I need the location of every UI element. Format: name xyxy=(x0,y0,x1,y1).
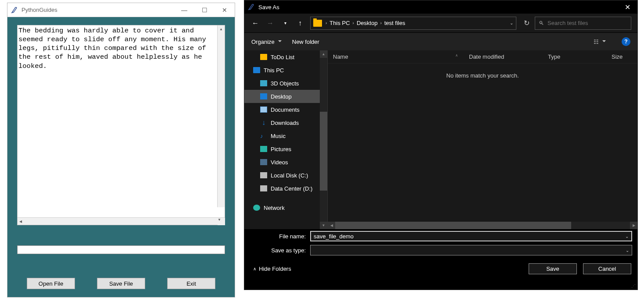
chevron-down-icon[interactable]: ⌄ xyxy=(625,234,629,239)
folder-icon xyxy=(313,20,322,27)
tree-item-local-disk-c-[interactable]: Local Disk (C:) xyxy=(244,169,327,182)
minimize-button[interactable]: — xyxy=(174,3,194,17)
chevron-down-icon[interactable]: ⌄ xyxy=(626,248,629,253)
net-icon xyxy=(253,205,260,211)
tree-item-label: Desktop xyxy=(271,93,292,100)
vertical-scrollbar[interactable]: ▲ xyxy=(217,25,225,207)
tree-item-3d-objects[interactable]: 3D Objects xyxy=(244,77,327,90)
vid-icon xyxy=(260,159,267,165)
nav-back-button[interactable]: ← xyxy=(249,17,262,30)
horizontal-scrollbar[interactable]: ◀ ▶ xyxy=(328,222,637,229)
feather-icon xyxy=(11,7,18,14)
text-widget[interactable]: The bedding was hardly able to cover it … xyxy=(17,25,225,225)
help-button[interactable]: ? xyxy=(622,37,630,46)
exit-button[interactable]: Exit xyxy=(167,278,215,289)
refresh-button[interactable]: ↻ xyxy=(520,17,533,30)
search-input[interactable] xyxy=(547,20,627,26)
folder-icon xyxy=(260,54,267,60)
breadcrumb-segment[interactable]: Desktop xyxy=(355,20,379,26)
organize-menu[interactable]: Organize xyxy=(251,39,282,45)
tree-item-todo-list[interactable]: ToDo List xyxy=(244,50,327,64)
breadcrumb-segment[interactable]: This PC xyxy=(328,20,351,26)
toolbar: Organize New folder ☷ ? xyxy=(244,33,637,50)
scroll-right-icon[interactable]: ▶ xyxy=(630,222,637,229)
folder-tree[interactable]: ▲ ToDo ListThis PC3D ObjectsDesktopDocum… xyxy=(244,50,328,229)
file-list-pane: Name∧ Date modified Type Size No items m… xyxy=(328,50,637,229)
file-name-input[interactable] xyxy=(314,233,625,240)
view-options-button[interactable]: ☷ xyxy=(594,39,606,45)
tree-item-desktop[interactable]: Desktop xyxy=(244,90,327,103)
tree-item-label: ToDo List xyxy=(271,54,294,60)
disk-icon xyxy=(260,185,267,191)
tkinter-window: PythonGuides — ☐ ✕ The bedding was hardl… xyxy=(7,3,235,297)
chevron-right-icon[interactable]: › xyxy=(352,21,355,25)
tree-item-label: Downloads xyxy=(271,120,299,126)
tree-item-videos[interactable]: Videos xyxy=(244,156,327,169)
dl-icon xyxy=(260,120,267,126)
desk-icon xyxy=(260,93,267,99)
doc-icon xyxy=(260,106,267,113)
tree-item-data-center-d-[interactable]: Data Center (D:) xyxy=(244,182,327,195)
text-content[interactable]: The bedding was hardly able to cover it … xyxy=(18,25,225,207)
tree-item-network[interactable]: Network xyxy=(244,201,327,214)
scroll-corner[interactable]: ▼ xyxy=(218,218,225,225)
tree-scroll-thumb[interactable] xyxy=(320,112,327,191)
dialog-footer: ∧Hide Folders Save Cancel xyxy=(244,257,637,279)
scroll-left-icon[interactable]: ◀ xyxy=(328,222,335,229)
close-icon[interactable]: ✕ xyxy=(617,0,637,14)
breadcrumb-segment[interactable]: test files xyxy=(383,20,407,26)
cancel-button[interactable]: Cancel xyxy=(583,263,631,274)
save-file-button[interactable]: Save File xyxy=(97,278,145,289)
new-folder-button[interactable]: New folder xyxy=(292,39,319,45)
address-bar[interactable]: › This PC › Desktop › test files ⌄ xyxy=(310,17,516,30)
titlebar: PythonGuides — ☐ ✕ xyxy=(7,3,235,17)
tree-item-pictures[interactable]: Pictures xyxy=(244,142,327,156)
close-button[interactable]: ✕ xyxy=(215,3,235,17)
music-icon: ♪ xyxy=(260,133,267,139)
hscroll-thumb[interactable] xyxy=(335,222,571,229)
open-file-button[interactable]: Open File xyxy=(27,278,75,289)
column-date[interactable]: Date modified xyxy=(464,53,543,60)
recent-locations-button[interactable]: ▾ xyxy=(279,17,292,30)
column-size[interactable]: Size xyxy=(606,53,637,60)
scroll-down-icon[interactable]: ▼ xyxy=(320,222,327,229)
save-type-label: Save as type: xyxy=(244,247,310,254)
column-headers[interactable]: Name∧ Date modified Type Size xyxy=(328,50,637,64)
save-button[interactable]: Save xyxy=(529,263,577,274)
tree-item-label: Data Center (D:) xyxy=(271,185,312,192)
tree-item-label: Local Disk (C:) xyxy=(271,172,308,179)
nav-forward-button[interactable]: → xyxy=(264,17,277,30)
nav-row: ← → ▾ ↑ › This PC › Desktop › test files… xyxy=(244,14,637,33)
nav-up-button[interactable]: ↑ xyxy=(293,17,307,30)
maximize-button[interactable]: ☐ xyxy=(194,3,215,17)
search-box[interactable]: 🔍︎ xyxy=(535,17,631,30)
hide-folders-button[interactable]: ∧Hide Folders xyxy=(253,266,291,272)
sort-ascending-icon: ∧ xyxy=(455,53,458,60)
window-body: The bedding was hardly able to cover it … xyxy=(7,17,235,297)
tree-item-downloads[interactable]: Downloads xyxy=(244,116,327,129)
tree-item-music[interactable]: ♪Music xyxy=(244,129,327,142)
main-area: ▲ ToDo ListThis PC3D ObjectsDesktopDocum… xyxy=(244,50,637,229)
chevron-down-icon[interactable]: ⌄ xyxy=(510,21,516,25)
search-icon: 🔍︎ xyxy=(539,20,544,26)
resize-grip[interactable]: ⋰ xyxy=(631,283,637,289)
tree-item-label: Videos xyxy=(271,159,288,166)
chevron-right-icon[interactable]: › xyxy=(325,21,328,25)
chevron-right-icon[interactable]: › xyxy=(379,21,383,25)
file-name-field[interactable]: ⌄ xyxy=(310,231,632,241)
tree-item-documents[interactable]: Documents xyxy=(244,103,327,116)
empty-message: No items match your search. xyxy=(328,64,637,222)
horizontal-scrollbar[interactable]: ◀▶▼ xyxy=(18,217,225,225)
view-icon: ☷ xyxy=(594,39,599,45)
pc-icon xyxy=(253,67,260,73)
column-type[interactable]: Type xyxy=(543,53,606,60)
scroll-up-icon[interactable]: ▲ xyxy=(320,50,327,58)
tree-item-label: This PC xyxy=(264,67,284,74)
filename-entry[interactable] xyxy=(17,245,225,254)
file-name-row: File name: ⌄ xyxy=(244,229,637,243)
save-type-field[interactable]: ⌄ xyxy=(310,245,632,255)
save-as-dialog: Save As ✕ ← → ▾ ↑ › This PC › Desktop › … xyxy=(244,0,638,290)
tree-item-this-pc[interactable]: This PC xyxy=(244,64,327,77)
column-name[interactable]: Name∧ xyxy=(328,53,464,60)
dialog-title: Save As xyxy=(258,4,617,11)
